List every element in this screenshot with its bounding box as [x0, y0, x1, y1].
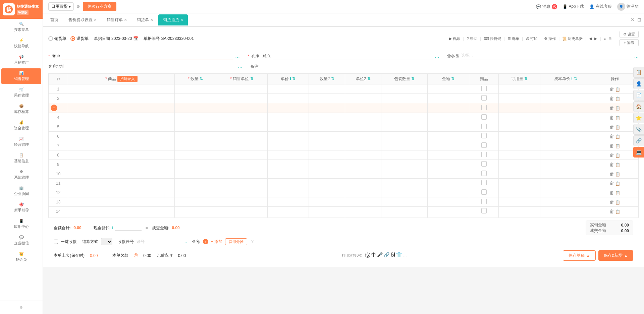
radio-return[interactable]: 退货单: [70, 36, 89, 42]
account-input[interactable]: [147, 239, 181, 244]
row-cell-pack-qty[interactable]: [381, 160, 428, 169]
row-cell-quantity[interactable]: [175, 103, 216, 113]
logistics-btn[interactable]: + 物流: [620, 39, 639, 46]
row-cell-cost-price[interactable]: [540, 103, 591, 113]
row-cell-pack-qty[interactable]: [381, 150, 428, 160]
gift-checkbox[interactable]: [481, 95, 487, 101]
row-cell-pack-qty[interactable]: [381, 188, 428, 197]
right-panel-btn-5[interactable]: ⭐: [633, 113, 644, 123]
settings-btn[interactable]: ⚙ 设置: [620, 31, 639, 38]
one-click-checkbox[interactable]: [54, 240, 58, 244]
right-panel-btn-3[interactable]: 📄: [633, 90, 644, 101]
gift-checkbox[interactable]: [481, 86, 487, 91]
row-cell-quantity2[interactable]: [309, 122, 345, 132]
row-cell-unit[interactable]: [216, 150, 268, 160]
row-delete-icon[interactable]: 🗑: [609, 190, 614, 195]
row-cell-amount[interactable]: [428, 179, 469, 188]
sort-quantity-icon[interactable]: ⇅: [200, 76, 203, 81]
toolbar-select[interactable]: ☰ 选单: [507, 36, 519, 41]
save-new-btn[interactable]: 保存&新增 ▲: [598, 250, 633, 261]
row-delete-icon[interactable]: 🗑: [609, 105, 614, 111]
scan-input-btn[interactable]: 扫码录入: [117, 76, 138, 82]
row-cell-unit[interactable]: [216, 94, 268, 103]
row-cell-quantity[interactable]: [175, 160, 216, 169]
row-cell-amount[interactable]: [428, 197, 469, 207]
row-cell-product[interactable]: [68, 132, 175, 141]
row-cell-unit2[interactable]: [345, 207, 381, 216]
toolbar-prev[interactable]: ◀: [589, 37, 592, 41]
app-download-btn[interactable]: 📱 App下载: [562, 4, 584, 9]
payment-method-select[interactable]: [101, 238, 112, 245]
row-cell-unit2[interactable]: [345, 160, 381, 169]
row-cell-gift[interactable]: [469, 113, 499, 122]
row-cell-amount[interactable]: [428, 94, 469, 103]
row-cell-product[interactable]: [68, 141, 175, 150]
warehouse-dots[interactable]: ...: [435, 53, 439, 59]
row-copy-icon[interactable]: 📋: [615, 209, 620, 214]
toolbar-operate[interactable]: ⚙ 操作: [544, 36, 556, 41]
row-delete-icon[interactable]: 🗑: [609, 96, 614, 101]
account-dots[interactable]: ...: [183, 239, 187, 244]
row-cell-amount[interactable]: [428, 188, 469, 197]
row-cell-price[interactable]: [267, 94, 309, 103]
gift-checkbox[interactable]: [481, 189, 487, 195]
gift-checkbox[interactable]: [481, 152, 487, 157]
row-cell-product[interactable]: [68, 169, 175, 179]
row-cell-price[interactable]: [267, 169, 309, 179]
row-cell-price[interactable]: [267, 188, 309, 197]
discount-input[interactable]: [115, 226, 142, 231]
fee-split-btn[interactable]: 费用分摊: [225, 238, 247, 245]
row-cell-unit2[interactable]: [345, 113, 381, 122]
row-cell-quantity[interactable]: [175, 169, 216, 179]
row-cell-available[interactable]: [499, 103, 540, 113]
sort-unit-icon[interactable]: ⇅: [250, 76, 254, 81]
right-panel-btn-8[interactable]: 💻: [633, 147, 644, 158]
row-cell-pack-qty[interactable]: [381, 122, 428, 132]
row-cell-price[interactable]: [267, 197, 309, 207]
row-copy-icon[interactable]: 📋: [615, 172, 620, 177]
tab-close-price-settings[interactable]: ✕: [94, 18, 97, 22]
row-cell-pack-qty[interactable]: [381, 179, 428, 188]
row-cell-pack-qty[interactable]: [381, 84, 428, 94]
row-cell-price[interactable]: [267, 122, 309, 132]
row-cell-unit[interactable]: [216, 103, 268, 113]
gift-checkbox[interactable]: [481, 171, 487, 176]
sidebar-item-inventory[interactable]: 📦 库存核算: [1, 101, 41, 117]
toolbar-shortcut[interactable]: ⌨ 快捷键: [484, 36, 501, 41]
row-cell-cost-price[interactable]: [540, 169, 591, 179]
customer-input[interactable]: [62, 53, 233, 60]
row-cell-gift[interactable]: [469, 141, 499, 150]
row-cell-unit2[interactable]: [345, 197, 381, 207]
row-cell-product[interactable]: [68, 84, 175, 94]
row-cell-price[interactable]: [267, 141, 309, 150]
row-cell-price[interactable]: [267, 84, 309, 94]
sidebar-item-purchase[interactable]: 🛒 采购管理: [1, 85, 41, 101]
row-cell-pack-qty[interactable]: [381, 113, 428, 122]
row-cell-price[interactable]: [267, 207, 309, 216]
row-cell-pack-qty[interactable]: [381, 94, 428, 103]
row-delete-icon[interactable]: 🗑: [609, 199, 614, 205]
row-cell-cost-price[interactable]: [540, 188, 591, 197]
row-cell-quantity2[interactable]: [309, 103, 345, 113]
row-cell-quantity[interactable]: [175, 188, 216, 197]
row-copy-icon[interactable]: 📋: [615, 116, 620, 120]
row-cell-pack-qty[interactable]: [381, 197, 428, 207]
sort-amount-icon[interactable]: ⇅: [451, 76, 454, 81]
row-cell-cost-price[interactable]: [540, 94, 591, 103]
row-copy-icon[interactable]: 📋: [615, 181, 620, 186]
row-cell-available[interactable]: [499, 169, 540, 179]
row-cell-unit2[interactable]: [345, 179, 381, 188]
row-cell-cost-price[interactable]: [540, 179, 591, 188]
sidebar-item-shortcut[interactable]: ⚡ 快捷导航: [1, 36, 41, 51]
row-cell-product[interactable]: [68, 197, 175, 207]
row-cell-unit[interactable]: [216, 113, 268, 122]
tab-price-settings[interactable]: 售价提取设置 ✕: [64, 14, 101, 25]
sidebar-item-search[interactable]: 🔍 搜索菜单: [1, 19, 41, 35]
row-delete-icon[interactable]: 🗑: [609, 124, 614, 130]
row-cell-gift[interactable]: [469, 94, 499, 103]
right-panel-btn-1[interactable]: 📋: [633, 67, 644, 78]
add-row-btn[interactable]: +: [51, 105, 57, 111]
sort-cost-icon[interactable]: ⇅: [574, 76, 577, 81]
gift-checkbox[interactable]: [481, 180, 487, 185]
row-cell-unit2[interactable]: [345, 84, 381, 94]
